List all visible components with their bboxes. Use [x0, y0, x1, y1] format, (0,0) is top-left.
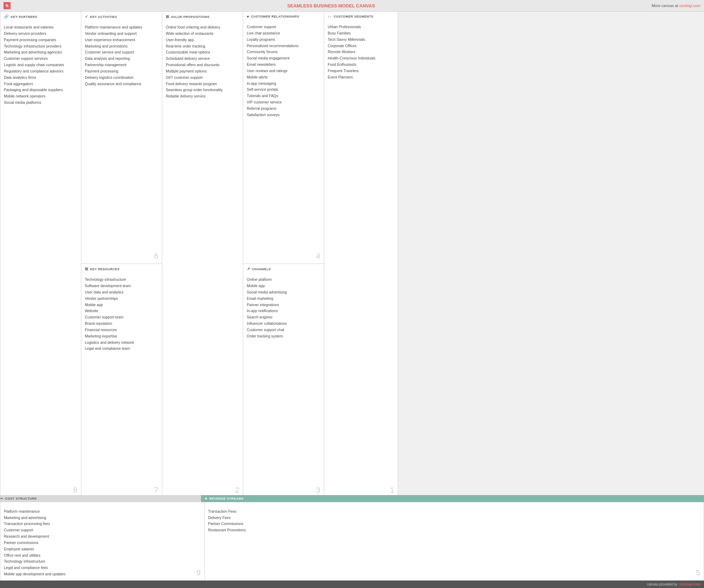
- customer-segments-cell: ↑↑ CUSTOMER SEGMENTS Urban Professionals…: [324, 12, 398, 498]
- value-propositions-number: 2: [235, 486, 239, 495]
- list-item: Customer support chat: [247, 327, 320, 333]
- list-item: Community forums: [247, 49, 320, 55]
- key-resources-number: 7: [154, 486, 158, 495]
- customer-segments-label: CUSTOMER SEGMENTS: [334, 15, 373, 18]
- list-item: Technology infrastructure: [85, 277, 158, 283]
- list-item: Mobile app development and updates: [4, 571, 201, 577]
- list-item: Transaction Fees: [208, 508, 700, 515]
- list-item: Delivery Fees: [208, 515, 700, 521]
- customer-segments-number: 1: [390, 486, 394, 495]
- channels-label: CHANNELS: [252, 267, 271, 271]
- list-item: Financial resources: [85, 327, 158, 333]
- footer: canvas provided by vizologi.com: [0, 581, 704, 588]
- list-item: Logistic and supply chain companies: [4, 62, 77, 68]
- key-partners-header: 🔗 KEY PARTNERS: [4, 14, 77, 21]
- logo-icon: [4, 2, 11, 9]
- list-item: Search engines: [247, 314, 320, 321]
- list-item: Online food ordering and delivery: [166, 24, 239, 31]
- list-item: Social media engagement: [247, 55, 320, 62]
- list-item: Loyalty programs: [247, 37, 320, 43]
- list-item: Transaction processing fees: [4, 521, 201, 527]
- customer-relationships-number: 4: [316, 252, 320, 261]
- list-item: Mobile app: [85, 302, 158, 308]
- revenue-streams-list: Transaction Fees Delivery Fees Partner C…: [208, 508, 700, 533]
- list-item: Customer service and support: [85, 49, 158, 56]
- list-item: Self-service portals: [247, 87, 320, 93]
- channels-icon: ↗: [247, 267, 250, 271]
- list-item: Marketing and promotions: [85, 43, 158, 50]
- key-partners-label: KEY PARTNERS: [11, 15, 38, 19]
- value-propositions-header: ⊞ VALUE PROPOSITIONS: [166, 14, 239, 21]
- value-propositions-icon: ⊞: [166, 14, 169, 19]
- list-item: Seamless group order functionality: [166, 87, 239, 93]
- list-item: Food Enthusiasts: [328, 62, 394, 68]
- key-resources-cell: ⊞ KEY RESOURCES Technology infrastructur…: [81, 264, 162, 498]
- list-item: Health-Conscious Individuals: [328, 55, 394, 62]
- customer-segments-icon: ↑↑: [328, 14, 332, 19]
- cost-structure-list: Platform maintenance Marketing and adver…: [4, 508, 201, 577]
- customer-relationships-cell: ♥ CUSTOMER RELATIONSHIPS Customer suppor…: [243, 12, 324, 264]
- revenue-streams-header: ★ REVENUE STREAMS: [201, 495, 704, 502]
- list-item: Payment processing: [85, 68, 158, 75]
- channels-header: ↗ CHANNELS: [247, 267, 320, 273]
- list-item: Partner commissions: [4, 540, 201, 546]
- list-item: Tutorials and FAQs: [247, 93, 320, 99]
- list-item: Remote Workers: [328, 49, 394, 55]
- customer-relationships-header: ♥ CUSTOMER RELATIONSHIPS: [247, 14, 320, 20]
- key-resources-list: Technology infrastructure Software devel…: [85, 277, 158, 352]
- list-item: Technology infrastructure providers: [4, 43, 77, 50]
- value-propositions-list: Online food ordering and delivery Wide s…: [166, 24, 239, 100]
- list-item: In-app messaging: [247, 81, 320, 87]
- list-item: Marketing and advertising: [4, 515, 201, 521]
- channels-number: 3: [316, 486, 320, 495]
- header-link: More canvas at vizologi.com: [652, 4, 700, 8]
- header: SEAMLESS BUSINESS MODEL CANVAS More canv…: [0, 0, 704, 11]
- list-item: Frequent Travelers: [328, 68, 394, 74]
- key-resources-label: KEY RESOURCES: [90, 267, 120, 271]
- list-item: Regulatory and compliance advisors: [4, 68, 77, 75]
- list-item: Influencer collaborations: [247, 321, 320, 327]
- list-item: Customer support team: [85, 314, 158, 321]
- key-activities-label: KEY ACTIVITIES: [90, 15, 117, 19]
- list-item: In-app notifications: [247, 308, 320, 314]
- list-item: Email newsletters: [247, 62, 320, 68]
- footer-text: canvas provided by: [647, 582, 677, 586]
- list-item: Live chat assistance: [247, 30, 320, 37]
- footer-link[interactable]: vizologi.com: [679, 582, 700, 586]
- list-item: Food delivery rewards program: [166, 81, 239, 87]
- list-item: Restaurant Promotions: [208, 527, 700, 533]
- list-item: Employee salaries: [4, 546, 201, 552]
- title-bold: BUSINESS MODEL CANVAS: [314, 3, 375, 8]
- list-item: Personalized recommendations: [247, 43, 320, 49]
- list-item: Partnership management: [85, 62, 158, 68]
- list-item: Mobile network operators: [4, 93, 77, 100]
- list-item: Marketing and advertising agencies: [4, 49, 77, 56]
- list-item: Email marketing: [247, 296, 320, 302]
- key-partners-list: Local restaurants and eateries Delivery …: [4, 24, 77, 106]
- list-item: Event Planners: [328, 74, 394, 81]
- list-item: Technology infrastructure: [4, 558, 201, 565]
- vizologi-link[interactable]: vizologi.com: [679, 4, 700, 8]
- key-partners-cell: 🔗 KEY PARTNERS Local restaurants and eat…: [0, 12, 81, 498]
- customer-relationships-list: Customer support Live chat assistance Lo…: [247, 24, 320, 118]
- list-item: Scheduled delivery service: [166, 56, 239, 62]
- list-item: Vendor partnerships: [85, 296, 158, 302]
- list-item: Mobile alerts: [247, 74, 320, 81]
- list-item: Social media platforms: [4, 100, 77, 106]
- revenue-streams-number: 5: [696, 568, 700, 577]
- cost-structure-label: COST STRUCTURE: [5, 497, 37, 500]
- list-item: VIP customer service: [247, 99, 320, 106]
- list-item: Research and development: [4, 533, 201, 540]
- list-item: User-friendly app: [166, 37, 239, 43]
- list-item: Customer support services: [4, 56, 77, 62]
- list-item: Packaging and disposable suppliers: [4, 87, 77, 93]
- list-item: Quality assurance and compliance: [85, 81, 158, 87]
- value-propositions-cell: ⊞ VALUE PROPOSITIONS Online food orderin…: [162, 12, 243, 498]
- list-item: Urban Professionals: [328, 24, 394, 30]
- list-item: Marketing expertise: [85, 333, 158, 340]
- more-canvas-text: More canvas at: [652, 4, 679, 8]
- list-item: Legal and compliance fees: [4, 565, 201, 571]
- list-item: Real-time order tracking: [166, 43, 239, 50]
- list-item: Satisfaction surveys: [247, 112, 320, 118]
- main-grid: 🔗 KEY PARTNERS Local restaurants and eat…: [0, 11, 704, 498]
